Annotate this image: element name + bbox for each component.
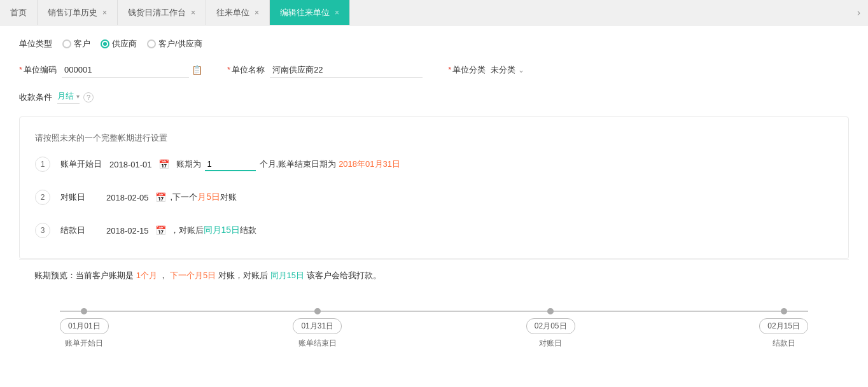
unit-type-label: 单位类型 xyxy=(19,38,52,50)
unit-type-radio-group: 客户 供应商 客户/供应商 xyxy=(62,38,202,50)
radio-circle-customer xyxy=(62,39,71,48)
tab-cash-work[interactable]: 钱货日清工作台 × xyxy=(118,0,206,25)
tab-close-cash-work[interactable]: × xyxy=(191,8,195,17)
timeline-dot-0 xyxy=(81,308,87,314)
period-section: 请按照未来的一个完整帐期进行设置 1 账单开始日 2018-01-01 📅 账期… xyxy=(19,116,849,259)
step-1-num: 1 xyxy=(35,157,50,172)
timeline-dot-3 xyxy=(781,308,787,314)
tab-close-sales-history[interactable]: × xyxy=(102,8,107,17)
step-2-date: 2018-02-05 xyxy=(106,193,149,202)
unit-code-input[interactable] xyxy=(62,62,189,78)
tab-sales-history[interactable]: 销售订单历史 × xyxy=(38,0,118,25)
section-desc: 请按照未来的一个完整帐期进行设置 xyxy=(35,132,833,144)
unit-name-label: 单位名称 xyxy=(227,64,265,76)
timeline-point-1: 01月31日 账单结束日 xyxy=(293,294,342,349)
timeline-point-3: 02月15日 结款日 xyxy=(759,294,808,349)
timeline-label-2: 对账日 xyxy=(539,338,562,349)
timeline-label-1: 账单结束日 xyxy=(298,338,337,349)
preview-teal: 同月15日 xyxy=(270,271,304,280)
step-2-suffix-post: 对账 xyxy=(220,192,237,203)
unit-classify-dropdown[interactable]: 未分类 ⌄ xyxy=(491,64,524,76)
timeline-label-0: 账单开始日 xyxy=(65,338,103,349)
payment-value: 月结 xyxy=(57,90,74,102)
step-1-period-unit: 个月,账单结束日期为 xyxy=(260,158,337,170)
timeline-point-0: 01月01日 账单开始日 xyxy=(60,294,109,349)
step-3-row: 3 结款日 2018-02-15 📅 ，对账后 同月15日 结款 xyxy=(35,223,833,238)
step-1-label: 账单开始日 xyxy=(60,158,102,170)
timeline-point-2: 02月05日 对账日 xyxy=(526,294,575,349)
step-1-end-date: 2018年01月31日 xyxy=(339,158,400,170)
step-2-label: 对账日 xyxy=(60,192,99,203)
step-1-row: 1 账单开始日 2018-01-01 📅 账期为 个月,账单结束日期为 2018… xyxy=(35,157,833,172)
step-3-suffix-teal: 同月15日 xyxy=(204,225,241,236)
tab-close-edit-partner[interactable]: × xyxy=(335,8,339,17)
preview-orange2: 下一个月5日 xyxy=(170,271,216,280)
unit-code-group: 单位编码 📋 xyxy=(19,62,202,78)
unit-classify-group: 单位分类 未分类 ⌄ xyxy=(448,64,524,76)
radio-both[interactable]: 客户/供应商 xyxy=(147,38,202,50)
preview-text: 账期预览：当前客户账期是 1个月 ， 下一个月5日 对账，对账后 同月15日 该… xyxy=(34,270,834,281)
payment-row: 收款条件 月结 ▾ ? xyxy=(19,90,849,104)
tab-close-partner[interactable]: × xyxy=(255,8,259,17)
radio-circle-both xyxy=(147,39,156,48)
tab-bar: 首页 销售订单历史 × 钱货日清工作台 × 往来单位 × 编辑往来单位 × › xyxy=(0,0,868,25)
step-1-period-label: 账期为 xyxy=(176,158,201,170)
tab-partner[interactable]: 往来单位 × xyxy=(206,0,270,25)
unit-type-row: 单位类型 客户 供应商 客户/供应商 xyxy=(19,38,849,50)
radio-supplier[interactable]: 供应商 xyxy=(101,38,137,50)
tab-home[interactable]: 首页 xyxy=(0,0,38,25)
step-3-suffix-pre: ，对账后 xyxy=(171,225,204,236)
payment-dropdown-arrow: ▾ xyxy=(76,93,80,100)
step-2-cal-icon[interactable]: 📅 xyxy=(155,192,165,202)
payment-label: 收款条件 xyxy=(19,92,52,103)
step-3-suffix-post: 结款 xyxy=(240,225,256,236)
unit-code-copy-icon[interactable]: 📋 xyxy=(192,65,202,75)
step-2-row: 2 对账日 2018-02-05 📅 ,下一个 月5日 对账 xyxy=(35,190,833,205)
timeline-dot-2 xyxy=(547,308,554,314)
step-2-num: 2 xyxy=(35,190,50,205)
timeline-container: 01月01日 账单开始日 01月31日 账单结束日 02月05日 xyxy=(34,294,834,349)
timeline-points: 01月01日 账单开始日 01月31日 账单结束日 02月05日 xyxy=(60,294,808,349)
period-value-input[interactable] xyxy=(205,158,256,171)
timeline-label-3: 结款日 xyxy=(773,338,795,349)
unit-classify-label: 单位分类 xyxy=(448,64,486,76)
payment-help-icon[interactable]: ? xyxy=(83,92,94,102)
unit-classify-value: 未分类 xyxy=(491,64,515,76)
timeline-badge-1: 01月31日 xyxy=(293,318,342,334)
page-content: 单位类型 客户 供应商 客户/供应商 单位编码 📋 单位名称 xyxy=(0,25,868,387)
timeline-badge-2: 02月05日 xyxy=(526,318,575,334)
payment-dropdown[interactable]: 月结 ▾ xyxy=(57,90,80,104)
step-2-suffix-pre: ,下一个 xyxy=(171,192,198,203)
step-1-date: 2018-01-01 xyxy=(109,160,152,169)
timeline-badge-0: 01月01日 xyxy=(60,318,109,334)
radio-circle-supplier xyxy=(101,39,109,48)
unit-code-label: 单位编码 xyxy=(19,64,57,76)
preview-section: 账期预览：当前客户账期是 1个月 ， 下一个月5日 对账，对账后 同月15日 该… xyxy=(19,259,849,359)
step-3-num: 3 xyxy=(35,223,50,238)
preview-orange1: 1个月 xyxy=(136,271,157,280)
step-1-cal-icon[interactable]: 📅 xyxy=(158,159,169,169)
step-3-date: 2018-02-15 xyxy=(106,226,149,236)
tab-edit-partner[interactable]: 编辑往来单位 × xyxy=(270,0,350,25)
unit-info-row: 单位编码 📋 单位名称 单位分类 未分类 ⌄ xyxy=(19,62,849,78)
timeline-badge-3: 02月15日 xyxy=(759,318,808,334)
step-3-cal-icon[interactable]: 📅 xyxy=(155,225,165,236)
classify-chevron-icon: ⌄ xyxy=(518,66,524,74)
radio-customer[interactable]: 客户 xyxy=(62,38,90,50)
step-3-label: 结款日 xyxy=(60,225,99,236)
step-2-suffix-orange: 月5日 xyxy=(197,192,220,203)
tab-more-arrow[interactable]: › xyxy=(850,7,868,18)
unit-name-input[interactable] xyxy=(270,62,423,78)
unit-name-group: 单位名称 xyxy=(227,62,423,78)
timeline-dot-1 xyxy=(314,308,321,314)
